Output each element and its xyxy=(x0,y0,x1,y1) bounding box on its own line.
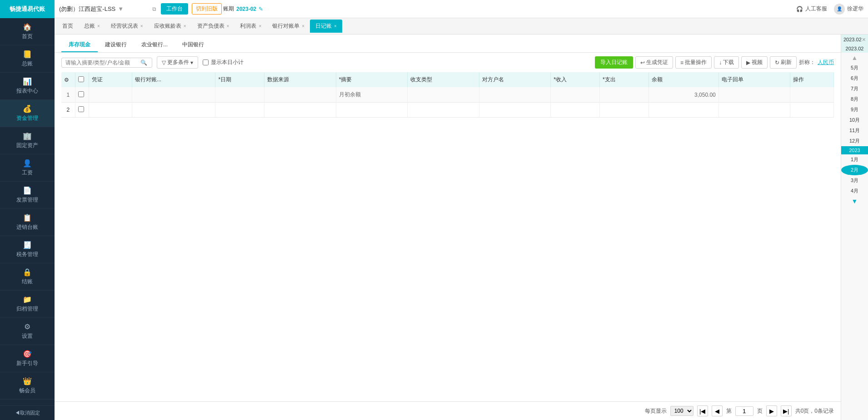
tab-ledger[interactable]: 总账 × xyxy=(79,20,105,33)
date-month-8[interactable]: 8月 xyxy=(841,94,868,104)
video-button[interactable]: ▶ 视频 xyxy=(741,56,768,69)
td-check[interactable] xyxy=(75,87,89,103)
settings-icon: ⚙ xyxy=(24,322,30,331)
date-nav-down[interactable]: ▼ xyxy=(841,196,868,206)
date-month-3-2023[interactable]: 3月 xyxy=(841,175,868,186)
td-check[interactable] xyxy=(75,103,89,118)
archive-icon: 📁 xyxy=(23,295,32,304)
bank-tab-construction[interactable]: 建设银行 xyxy=(98,38,134,52)
row-checkbox[interactable] xyxy=(78,91,84,97)
td-summary xyxy=(336,103,408,118)
bank-tab-china[interactable]: 中国银行 xyxy=(175,38,211,52)
first-page-button[interactable]: |◀ xyxy=(697,405,708,416)
prev-page-button[interactable]: ◀ xyxy=(712,405,723,416)
filter-icon: ▽ xyxy=(162,59,166,66)
period-value[interactable]: 2023-02 xyxy=(236,6,256,12)
tab-close-icon[interactable]: × xyxy=(302,24,304,29)
batch-op-button[interactable]: ≡ 批量操作 xyxy=(675,56,712,69)
company-dropdown-icon[interactable]: ▼ xyxy=(118,5,124,12)
tab-operations[interactable]: 经营状况表 × xyxy=(105,20,149,33)
currency-value[interactable]: 人民币 xyxy=(818,59,834,66)
date-month-9[interactable]: 9月 xyxy=(841,104,868,115)
row-checkbox[interactable] xyxy=(78,106,84,112)
date-month-1-2023[interactable]: 1月 xyxy=(841,154,868,165)
download-button[interactable]: ↓ 下载 xyxy=(714,56,739,69)
date-panel-close-button[interactable]: × xyxy=(862,36,866,43)
generate-voucher-button[interactable]: ↩ 生成凭证 xyxy=(635,56,673,69)
search-icon[interactable]: 🔍 xyxy=(140,59,147,66)
td-date xyxy=(215,87,264,103)
th-check[interactable] xyxy=(75,72,89,87)
date-month-12[interactable]: 12月 xyxy=(841,136,868,146)
td-num: 1 xyxy=(61,87,75,103)
customer-service[interactable]: 🎧 人工客服 xyxy=(796,5,827,13)
worktable-button[interactable]: 工作台 xyxy=(161,3,188,15)
sidebar-item-home[interactable]: 🏠 首页 xyxy=(0,18,55,45)
td-summary: 月初余额 xyxy=(336,87,408,103)
search-box[interactable]: 🔍 xyxy=(61,58,152,68)
tab-profit[interactable]: 利润表 × xyxy=(234,20,267,33)
tab-close-icon[interactable]: × xyxy=(334,24,337,29)
search-input[interactable] xyxy=(65,59,138,66)
page-input[interactable] xyxy=(735,406,753,416)
bank-tab-agriculture[interactable]: 农业银行... xyxy=(134,38,175,52)
last-page-button[interactable]: ▶| xyxy=(781,405,792,416)
period-edit-icon[interactable]: ✎ xyxy=(259,6,263,12)
unpin-sidebar-button[interactable]: ◀取消固定 xyxy=(0,405,55,420)
home-icon: 🏠 xyxy=(23,23,32,31)
td-ereceipt xyxy=(718,103,790,118)
select-all-checkbox[interactable] xyxy=(78,76,84,82)
date-month-4-2023[interactable]: 4月 xyxy=(841,186,868,196)
tab-close-icon[interactable]: × xyxy=(140,24,143,29)
tab-ar-aging[interactable]: 应收账龄表 × xyxy=(149,20,192,33)
import-journal-button[interactable]: 导入日记账 xyxy=(595,56,633,69)
th-settings[interactable]: ⚙ xyxy=(61,72,75,87)
tab-balance-sheet[interactable]: 资产负债表 × xyxy=(192,20,235,33)
sidebar-item-purchase[interactable]: 📋 进销台账 xyxy=(0,209,55,236)
sidebar-item-tax[interactable]: 🧾 税务管理 xyxy=(0,236,55,263)
sidebar-item-reports[interactable]: 📊 报表中心 xyxy=(0,73,55,100)
sidebar-item-assets[interactable]: 🏢 固定资产 xyxy=(0,127,55,154)
refresh-button[interactable]: ↻ 刷新 xyxy=(770,56,797,69)
sidebar-item-close[interactable]: 🔒 结账 xyxy=(0,263,55,291)
tabs-bar: 首页 总账 × 经营状况表 × 应收账龄表 × 资产负债表 × 利润表 × 银行… xyxy=(55,18,868,35)
sidebar-item-archive[interactable]: 📁 归档管理 xyxy=(0,291,55,318)
tab-home[interactable]: 首页 xyxy=(57,20,79,33)
journal-content: 库存现金 建设银行 农业银行... 中国银行 🔍 ▽ 更多条件 ▾ 显示 xyxy=(55,35,841,420)
user-profile[interactable]: 👤 徐逻华 xyxy=(834,4,863,15)
tab-journal[interactable]: 日记账 × xyxy=(310,20,342,33)
date-scroll-down-button[interactable]: ▼ xyxy=(852,198,858,205)
sidebar-item-settings[interactable]: ⚙ 设置 xyxy=(0,318,55,345)
date-panel-year-header: 2023.02 xyxy=(843,37,862,42)
sidebar-item-ledger[interactable]: 📒 总账 xyxy=(0,45,55,73)
sidebar-item-salary[interactable]: 👤 工资 xyxy=(0,154,55,182)
bank-tab-cash[interactable]: 库存现金 xyxy=(61,38,98,52)
per-page-select[interactable]: 100 50 200 xyxy=(670,406,693,416)
date-month-7[interactable]: 7月 xyxy=(841,84,868,94)
tab-close-icon[interactable]: × xyxy=(184,24,186,29)
date-scroll-up-button[interactable]: ▲ xyxy=(852,54,858,61)
page-unit: 页 xyxy=(757,407,763,415)
date-nav-up[interactable]: ▲ xyxy=(841,53,868,63)
show-subtotal-label: 显示本日小计 xyxy=(203,59,244,66)
sidebar-item-vip[interactable]: 👑 畅会员 xyxy=(0,372,55,400)
copy-icon[interactable]: ⧉ xyxy=(152,6,156,12)
date-month-6[interactable]: 6月 xyxy=(841,73,868,84)
sidebar-item-guide[interactable]: 🎯 新手引导 xyxy=(0,345,55,372)
date-month-11[interactable]: 11月 xyxy=(841,125,868,136)
date-month-2-2023[interactable]: 2月 xyxy=(841,165,868,175)
filter-button[interactable]: ▽ 更多条件 ▾ xyxy=(157,56,198,69)
tab-close-icon[interactable]: × xyxy=(227,24,229,29)
date-month-5[interactable]: 5月 xyxy=(841,63,868,73)
company-selector[interactable]: (勿删）江西超宝-LSS ▼ xyxy=(59,5,150,13)
purchase-icon: 📋 xyxy=(23,213,32,222)
next-page-button[interactable]: ▶ xyxy=(766,405,777,416)
tab-close-icon[interactable]: × xyxy=(259,24,261,29)
tab-bank-statement[interactable]: 银行对账单 × xyxy=(267,20,310,33)
old-version-button[interactable]: 切到旧版 xyxy=(192,3,222,15)
show-subtotal-checkbox[interactable] xyxy=(203,59,209,65)
tab-close-icon[interactable]: × xyxy=(97,24,100,29)
sidebar-item-finance[interactable]: 💰 资金管理 xyxy=(0,100,55,127)
sidebar-item-invoice[interactable]: 📄 发票管理 xyxy=(0,182,55,209)
date-month-10[interactable]: 10月 xyxy=(841,115,868,125)
